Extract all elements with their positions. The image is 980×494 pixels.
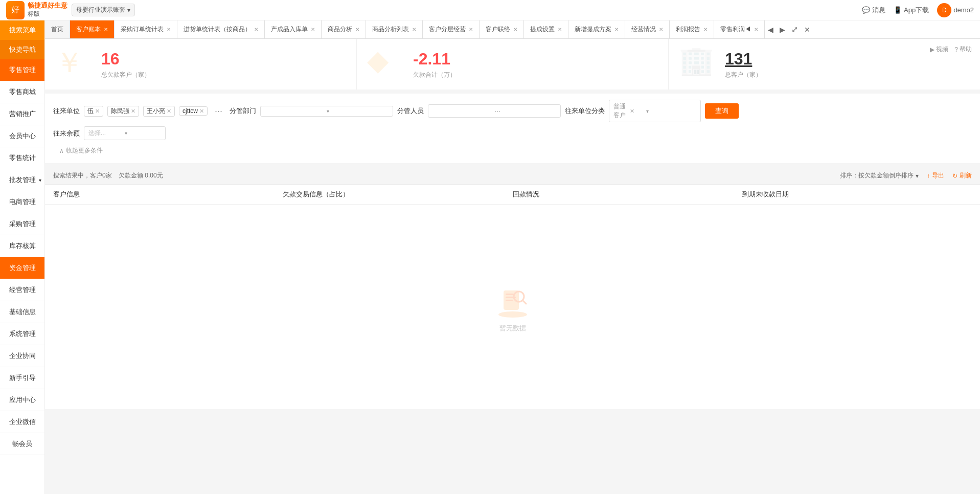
app-download-btn[interactable]: 📱 App下载 <box>894 6 929 15</box>
sidebar-item-app-center[interactable]: 应用中心 <box>0 389 44 411</box>
tab-close-inbound[interactable]: ✕ <box>254 27 258 32</box>
stat-info-customers: 131 总客户（家） <box>725 49 762 79</box>
tag-close-common-customer[interactable]: ✕ <box>630 108 645 115</box>
stat-label-customers: 总客户（家） <box>725 71 762 79</box>
tab-purchase-order-stats[interactable]: 采购订单统计表 ✕ <box>115 20 177 39</box>
sidebar-item-operations-mgmt[interactable]: 经营管理 <box>0 279 44 301</box>
tab-mention-settings[interactable]: 提成设置 ✕ <box>524 20 568 39</box>
help-link[interactable]: ? 帮助 <box>954 45 972 54</box>
tab-customer-tier[interactable]: 客户分层经营 ✕ <box>423 20 480 39</box>
tab-close-all-btn[interactable]: ✕ <box>801 26 813 34</box>
stats-row: ￥ 16 总欠款客户（家） ◆ -2.11 欠款合计（万） 🏢 <box>45 39 980 89</box>
chevron-down-icon-remain: ▾ <box>125 130 161 136</box>
tab-nav-left[interactable]: ◀ <box>765 26 777 34</box>
tag-close-wu[interactable]: ✕ <box>95 108 100 115</box>
tab-retail-profit[interactable]: 零售利润◀ ✕ <box>714 20 765 39</box>
sidebar-item-new-guide[interactable]: 新手引导 <box>0 367 44 389</box>
tab-product-inbound[interactable]: 产成品入库单 ✕ <box>265 20 322 39</box>
tab-close-purchase[interactable]: ✕ <box>167 27 171 32</box>
tab-close-mention-settings[interactable]: ✕ <box>558 27 562 32</box>
tab-customer-contact[interactable]: 客户联络 ✕ <box>480 20 524 39</box>
top-bar: 好 畅捷通好生意 标版 母婴行业演示账套 ▾ 💬 消息 📱 App下载 D de… <box>0 0 980 20</box>
sidebar-search[interactable]: 搜索菜单 <box>0 20 44 40</box>
filter-more-btn[interactable]: ··· <box>212 105 225 117</box>
sidebar-item-marketing[interactable]: 营销推广 <box>0 103 44 125</box>
logo-text: 畅捷通好生意 标版 <box>28 2 67 18</box>
tab-close-customer-tier[interactable]: ✕ <box>469 27 473 32</box>
tab-profit-report[interactable]: 利润报告 ✕ <box>670 20 714 39</box>
sidebar-item-ecommerce-mgmt[interactable]: 电商管理 <box>0 191 44 213</box>
sidebar-item-purchase-mgmt[interactable]: 采购管理 <box>0 213 44 235</box>
division-person-select[interactable]: ··· <box>428 104 561 118</box>
chevron-down-icon-type: ▾ <box>646 108 696 114</box>
user-area[interactable]: D demo2 <box>937 3 974 17</box>
col-customer-info: 客户信息 <box>53 190 283 199</box>
tag-close-wangxiaoliang[interactable]: ✕ <box>167 108 171 115</box>
svg-rect-4 <box>506 300 513 301</box>
source-unit-tag-wangxiaoliang[interactable]: 王小亮 ✕ <box>143 106 175 117</box>
message-btn[interactable]: 💬 消息 <box>862 6 885 15</box>
brand-badge: 标版 <box>28 10 67 18</box>
tab-close-customer-accounts[interactable]: ✕ <box>104 27 108 32</box>
video-link[interactable]: ▶ 视频 <box>930 45 948 54</box>
refresh-btn[interactable]: ↻ 刷新 <box>952 171 972 180</box>
logo-icon: 好 <box>6 1 25 19</box>
sidebar-item-enterprise-collab[interactable]: 企业协同 <box>0 345 44 367</box>
tab-nav-right[interactable]: ▶ <box>777 26 788 34</box>
avatar: D <box>937 3 951 17</box>
source-unit-tag-chenminqiang[interactable]: 陈民强 ✕ <box>107 106 139 117</box>
sidebar-item-inventory-check[interactable]: 库存核算 <box>0 235 44 257</box>
tag-close-cjttcw[interactable]: ✕ <box>199 108 204 115</box>
tab-new-mention-plan[interactable]: 新增提成方案 ✕ <box>568 20 625 39</box>
tab-close-product-analysis-list[interactable]: ✕ <box>412 27 416 32</box>
sidebar-item-wholesale-mgmt[interactable]: 批发管理 <box>0 169 44 191</box>
table-header: 客户信息 欠款交易信息（占比） 回款情况 到期未收款日期 <box>45 185 980 205</box>
building-bg-icon: 🏢 <box>679 44 714 77</box>
sidebar-item-vip-member[interactable]: 畅会员 <box>0 433 44 455</box>
tag-close-chenminqiang[interactable]: ✕ <box>131 108 135 115</box>
source-type-tag-common[interactable]: 普通客户 ✕ <box>613 102 644 120</box>
remain-label: 往来余额 <box>53 129 80 138</box>
tab-home[interactable]: 首页 <box>45 20 70 39</box>
tab-operation-status[interactable]: 经营情况 ✕ <box>625 20 670 39</box>
source-unit-tag-wu[interactable]: 伍 ✕ <box>84 106 103 117</box>
sidebar-item-retail-stats[interactable]: 零售统计 <box>0 147 44 169</box>
sort-selector[interactable]: 排序：按欠款金额倒序排序 ▾ <box>840 171 919 180</box>
sidebar-item-retail-mall[interactable]: 零售商城 <box>0 81 44 103</box>
tab-inbound-stats[interactable]: 进货单统计表（按商品） ✕ <box>177 20 265 39</box>
tab-product-analysis-list[interactable]: 商品分析列表 ✕ <box>366 20 423 39</box>
tab-close-retail-profit[interactable]: ✕ <box>754 27 758 32</box>
page-content: ￥ 16 总欠款客户（家） ◆ -2.11 欠款合计（万） 🏢 <box>45 39 980 494</box>
main-layout: 搜索菜单 快捷导航 零售管理 零售商城 营销推广 会员中心 零售统计 批发管理 … <box>0 20 980 494</box>
sidebar-item-member-center[interactable]: 会员中心 <box>0 125 44 147</box>
account-dropdown[interactable]: 母婴行业演示账套 ▾ <box>72 4 135 16</box>
tab-expand-btn[interactable]: ⤢ <box>788 25 801 34</box>
collapse-btn[interactable]: ∧ 收起更多条件 <box>53 144 972 157</box>
source-type-select[interactable]: 普通客户 ✕ ▾ <box>609 100 701 122</box>
sidebar-item-finance-mgmt[interactable]: 资金管理 <box>0 257 44 279</box>
export-btn[interactable]: ↑ 导出 <box>927 171 944 180</box>
filter-row-1: 往来单位 伍 ✕ 陈民强 ✕ 王小亮 ✕ cjttcw <box>53 100 972 122</box>
data-table: 客户信息 欠款交易信息（占比） 回款情况 到期未收款日期 <box>45 185 980 409</box>
sidebar-item-system-mgmt[interactable]: 系统管理 <box>0 323 44 345</box>
sidebar-quick-nav[interactable]: 快捷导航 <box>0 40 44 59</box>
sidebar-item-retail-mgmt[interactable]: 零售管理 <box>0 59 44 81</box>
tab-product-analysis[interactable]: 商品分析 ✕ <box>322 20 366 39</box>
stat-value-customers: 131 <box>725 49 762 69</box>
tab-close-operation-status[interactable]: ✕ <box>659 27 663 32</box>
stat-value-arrears: -2.11 <box>413 49 456 69</box>
tab-customer-accounts[interactable]: 客户账本 ✕ <box>70 20 115 39</box>
tab-close-customer-contact[interactable]: ✕ <box>513 27 517 32</box>
tab-close-profit-report[interactable]: ✕ <box>703 27 708 32</box>
tab-close-product-analysis[interactable]: ✕ <box>355 27 359 32</box>
query-button[interactable]: 查询 <box>705 103 739 119</box>
tab-close-new-mention-plan[interactable]: ✕ <box>614 27 619 32</box>
division-dept-select[interactable]: ▾ <box>260 106 393 117</box>
tab-close-product-inbound[interactable]: ✕ <box>311 27 315 32</box>
top-bar-left: 好 畅捷通好生意 标版 母婴行业演示账套 ▾ <box>6 1 135 19</box>
source-unit-tag-cjttcw[interactable]: cjttcw ✕ <box>179 106 208 116</box>
remain-select[interactable]: 选择... ▾ <box>84 126 166 140</box>
tab-bar: 首页 客户账本 ✕ 采购订单统计表 ✕ 进货单统计表（按商品） ✕ 产成品入库单… <box>45 20 980 39</box>
sidebar-item-basic-info[interactable]: 基础信息 <box>0 301 44 323</box>
sidebar-item-enterprise-wechat[interactable]: 企业微信 <box>0 411 44 433</box>
